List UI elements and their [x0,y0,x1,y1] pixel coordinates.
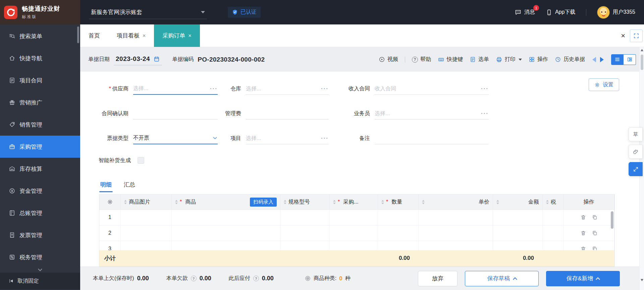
sidebar-item-marketing[interactable]: 营销推广 [0,91,80,114]
col-product[interactable]: * 商品 扫码录入 [172,195,280,209]
table-cell[interactable] [543,241,564,250]
sort-icon[interactable] [381,200,384,204]
close-page-icon[interactable]: × [621,32,625,40]
fullscreen-button[interactable] [630,29,643,42]
invoice-type-select[interactable] [133,132,218,144]
sort-icon[interactable] [546,200,549,204]
operations-button[interactable]: 操作 [529,56,548,63]
contract-confirm-input[interactable] [133,111,218,117]
col-amount[interactable]: 金额 [493,195,543,209]
sidebar-item-project-contract[interactable]: 项目合同 [0,69,80,91]
table-cell[interactable] [378,225,419,241]
invoice-type-value[interactable] [133,135,212,141]
table-cell[interactable] [378,210,419,225]
table-cell[interactable] [378,241,419,250]
next-arrow-icon[interactable] [600,57,604,62]
col-spec-model[interactable]: 规格型号 [280,195,330,209]
prev-arrow-icon[interactable] [592,57,596,62]
sidebar-item-sales[interactable]: 销售管理 [0,114,80,136]
sidebar-item-funds[interactable]: 资金管理 [0,180,80,202]
col-tax[interactable]: 税 [543,195,564,209]
unpin-sidebar-button[interactable]: 取消固定 [0,273,80,289]
table-cell[interactable] [121,225,172,241]
sidebar-item-search-menu[interactable]: 搜索菜单 [0,25,80,47]
expand-window-button[interactable] [629,162,643,176]
sort-icon[interactable] [124,200,127,204]
salesperson-picker-button[interactable]: ··· [479,111,489,116]
settings-button[interactable]: 设置 [589,78,619,91]
table-cell[interactable] [493,241,543,250]
sidebar-scrollbar[interactable] [77,26,79,43]
history-docs-button[interactable]: 历史单据 [555,56,585,63]
table-scrollbar[interactable] [611,211,613,229]
table-cell[interactable] [280,225,330,241]
tab-home[interactable]: 首页 [80,24,108,47]
table-cell[interactable] [172,241,280,250]
sidebar-item-inventory[interactable]: 库存核算 [0,158,80,180]
table-cell[interactable] [543,225,564,241]
copy-row-icon[interactable] [592,246,598,250]
salesperson-input[interactable] [375,111,479,117]
delete-row-icon[interactable] [580,214,586,220]
scan-entry-button[interactable]: 扫码录入 [250,198,277,207]
project-picker-button[interactable]: ··· [319,135,329,141]
table-cell[interactable] [419,225,493,241]
col-purchase-price[interactable]: * 采购... [330,195,378,209]
draft-box-button[interactable]: 草 [629,127,643,141]
warehouse-picker-button[interactable]: ··· [319,86,329,91]
tab-summary[interactable]: 汇总 [123,178,136,192]
delete-row-icon[interactable] [580,230,586,236]
list-view-button[interactable] [611,54,624,65]
remark-input[interactable] [375,135,489,141]
table-cell[interactable] [330,210,378,225]
close-icon[interactable]: × [143,33,146,39]
help-icon[interactable]: ? [253,276,259,281]
warehouse-input[interactable] [246,86,319,92]
scroll-down-arrow[interactable] [641,279,643,281]
project-input[interactable] [246,135,319,141]
table-cell[interactable] [330,241,378,250]
income-contract-input[interactable] [375,86,479,92]
table-cell[interactable] [172,210,280,225]
date-picker[interactable]: 2023-03-24 [114,54,162,65]
copy-row-icon[interactable] [592,230,598,236]
table-cell[interactable] [493,225,543,241]
col-product-image[interactable]: 商品图片 [121,195,172,209]
table-cell[interactable] [280,241,330,250]
smart-replenish-checkbox[interactable] [138,157,144,164]
tab-detail[interactable]: 明细 [99,178,113,192]
sidebar-item-quick-nav[interactable]: 快捷导航 [0,47,80,69]
account-select[interactable]: 新服务官网演示账套 [89,6,207,19]
table-cell[interactable] [543,210,564,225]
table-cell[interactable] [419,210,493,225]
save-and-new-button[interactable]: 保存&新增 [546,271,620,286]
col-unit-price[interactable]: 单价 [419,195,493,209]
copy-row-icon[interactable] [592,214,598,220]
sidebar-scroll-more[interactable] [0,268,80,273]
help-button[interactable]: ? 帮助 [412,56,431,63]
scrollbar-thumb[interactable] [641,55,643,70]
table-cell[interactable] [493,210,543,225]
sort-icon[interactable] [496,200,499,204]
user-menu[interactable]: 用户3355 [597,6,635,19]
scroll-up-arrow[interactable] [641,49,643,51]
sidebar-item-invoice[interactable]: 发票管理 [0,224,80,246]
tab-purchase-order[interactable]: 采购订单 × [154,24,200,47]
table-cell[interactable] [172,225,280,241]
supplier-picker-button[interactable]: ··· [208,86,218,91]
app-download-button[interactable]: App下载 [546,9,575,16]
tab-project-board[interactable]: 项目看板 × [108,24,154,47]
attachment-button[interactable] [629,145,643,159]
sort-icon[interactable] [333,200,336,204]
print-button[interactable]: 打印 [496,56,522,63]
column-config-button[interactable] [99,195,121,209]
messages-button[interactable]: 消息 1 [515,9,535,16]
sort-icon[interactable] [284,200,286,204]
table-cell[interactable] [330,225,378,241]
table-cell[interactable] [121,241,172,250]
select-doc-button[interactable]: 选单 [470,56,489,63]
help-icon[interactable]: ? [191,276,197,281]
sidebar-item-tax[interactable]: 税务管理 [0,246,80,268]
supplier-input[interactable] [133,85,208,91]
table-cell[interactable] [419,241,493,250]
